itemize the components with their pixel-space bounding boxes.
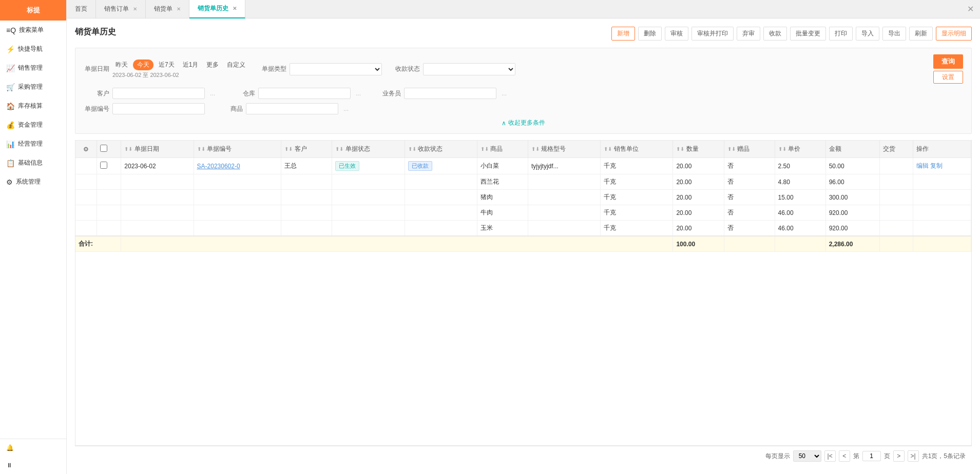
th-gear[interactable]: ⚙ (75, 141, 97, 158)
sort-unit-icon[interactable]: ⬆⬇ (604, 146, 612, 152)
salesman-input[interactable] (404, 88, 496, 99)
filter-salesman: 业务员 ... (375, 88, 509, 99)
audit-print-button[interactable]: 审核并打印 (691, 27, 734, 41)
sort-doc-status-icon[interactable]: ⬆⬇ (335, 146, 343, 152)
row-doc-no (194, 221, 281, 236)
row-doc-no (194, 174, 281, 190)
date-btn-today[interactable]: 今天 (133, 60, 153, 70)
customer-input[interactable] (112, 88, 205, 99)
collect-button[interactable]: 收款 (763, 27, 787, 41)
sort-price-icon[interactable]: ⬆⬇ (778, 146, 786, 152)
row-doc-status (332, 205, 405, 221)
row-amount: 50.00 (825, 158, 879, 174)
sort-spec-icon[interactable]: ⬆⬇ (531, 146, 540, 152)
delete-button[interactable]: 删除 (638, 27, 662, 41)
tab-home[interactable]: 首页 (67, 0, 96, 18)
filter-goods: 商品 ... (217, 103, 351, 114)
sort-doc-date-icon[interactable]: ⬆⬇ (124, 146, 132, 152)
salesman-dots[interactable]: ... (499, 90, 509, 97)
purchase-icon: 🛒 (6, 83, 15, 91)
ops-icon: 📊 (6, 140, 15, 148)
doc-type-select[interactable] (290, 63, 382, 75)
tab-sales-delivery-close[interactable]: ✕ (177, 6, 181, 12)
tab-sales-history[interactable]: 销货单历史 ✕ (189, 0, 245, 18)
sort-collect-status-icon[interactable]: ⬆⬇ (408, 146, 416, 152)
page-input[interactable] (862, 451, 881, 461)
sort-goods-icon[interactable]: ⬆⬇ (481, 146, 489, 152)
customer-dots[interactable]: ... (208, 90, 217, 97)
doc-no-link[interactable]: SA-20230602-0 (197, 163, 240, 170)
filter-date: 单据日期 昨天 今天 近7天 近1月 更多 自定义 2023-06-02 至 2… (84, 60, 248, 79)
per-page-select[interactable]: 50 100 200 (793, 450, 821, 462)
tab-sales-order[interactable]: 销售订单 ✕ (96, 0, 146, 18)
sidebar-item-purchase-mgmt[interactable]: 🛒 采购管理 (0, 77, 66, 96)
row-select-checkbox[interactable] (100, 162, 107, 169)
sort-doc-no-icon[interactable]: ⬆⬇ (197, 146, 205, 152)
sidebar-item-search-menu[interactable]: ≡Q 搜索菜单 (0, 21, 66, 40)
sort-qty-icon[interactable]: ⬆⬇ (676, 146, 684, 152)
fund-icon: 💰 (6, 121, 15, 129)
new-button[interactable]: 新增 (611, 27, 635, 41)
sidebar-item-fund-mgmt[interactable]: 💰 资金管理 (0, 115, 66, 134)
sidebar-item-basic-info[interactable]: 📋 基础信息 (0, 153, 66, 172)
row-gift: 否 (724, 190, 775, 205)
th-collect-status: ⬆⬇ 收款状态 (405, 141, 477, 158)
th-amount: 金额 (825, 141, 879, 158)
last-page-btn[interactable]: >| (908, 450, 919, 462)
tab-sales-history-close[interactable]: ✕ (233, 6, 237, 11)
sidebar-bottom-item-1[interactable]: 🔔 (0, 439, 66, 457)
date-label: 单据日期 (84, 65, 109, 73)
sidebar-item-ops-mgmt[interactable]: 📊 经营管理 (0, 134, 66, 153)
row-collect-status (405, 174, 477, 190)
warehouse-input[interactable] (258, 88, 351, 99)
date-btn-more[interactable]: 更多 (203, 60, 222, 70)
row-unit: 千克 (601, 221, 673, 236)
close-all-tabs[interactable]: ✕ (961, 4, 980, 14)
row-amount: 920.00 (825, 221, 879, 236)
tab-sales-order-label: 销售订单 (104, 5, 129, 13)
tab-sales-order-close[interactable]: ✕ (133, 6, 137, 12)
date-btn-yesterday[interactable]: 昨天 (112, 60, 131, 70)
goods-input[interactable] (246, 103, 338, 114)
th-doc-no: ⬆⬇ 单据编号 (194, 141, 281, 158)
export-button[interactable]: 导出 (882, 27, 906, 41)
batch-change-button[interactable]: 批量变更 (790, 27, 826, 41)
row-gift: 否 (724, 221, 775, 236)
refresh-button[interactable]: 刷新 (909, 27, 933, 41)
sidebar-item-sales-mgmt[interactable]: 📈 销售管理 (0, 58, 66, 77)
warehouse-dots[interactable]: ... (354, 90, 363, 97)
goods-dots[interactable]: ... (341, 105, 351, 112)
doc-no-label: 单据编号 (84, 105, 109, 113)
sort-gift-icon[interactable]: ⬆⬇ (727, 146, 736, 152)
first-page-btn[interactable]: |< (824, 450, 836, 462)
date-btn-1month[interactable]: 近1月 (180, 60, 202, 70)
doc-no-input[interactable] (112, 103, 205, 114)
abandon-button[interactable]: 弃审 (737, 27, 760, 41)
th-customer: ⬆⬇ 客户 (281, 141, 332, 158)
row-unit: 千克 (601, 174, 673, 190)
collapse-btn[interactable]: ∧ 收起更多条件 (84, 118, 963, 127)
sidebar-item-inventory[interactable]: 🏠 库存核算 (0, 96, 66, 115)
sidebar-item-sys-mgmt[interactable]: ⚙ 系统管理 (0, 172, 66, 191)
row-qty: 20.00 (673, 221, 724, 236)
tab-sales-delivery[interactable]: 销货单 ✕ (146, 0, 189, 18)
edit-action[interactable]: 编辑 (916, 162, 929, 169)
query-button[interactable]: 查询 (933, 54, 963, 69)
show-detail-button[interactable]: 显示明细 (936, 27, 972, 41)
prev-page-btn[interactable]: < (839, 450, 850, 462)
sidebar-bottom-item-2[interactable]: ⏸ (0, 457, 66, 474)
import-button[interactable]: 导入 (856, 27, 879, 41)
setting-button[interactable]: 设置 (933, 71, 963, 84)
date-btn-custom[interactable]: 自定义 (224, 60, 248, 70)
row-unit: 千克 (601, 205, 673, 221)
print-button[interactable]: 打印 (829, 27, 853, 41)
sort-customer-icon[interactable]: ⬆⬇ (284, 146, 293, 152)
goods-label: 商品 (217, 105, 243, 113)
select-all-checkbox[interactable] (100, 145, 107, 152)
collect-status-select[interactable] (423, 63, 515, 75)
audit-button[interactable]: 审核 (665, 27, 688, 41)
sidebar-item-quick-nav[interactable]: ⚡ 快捷导航 (0, 40, 66, 58)
next-page-btn[interactable]: > (893, 450, 905, 462)
date-btn-7days[interactable]: 近7天 (156, 60, 178, 70)
copy-action[interactable]: 复制 (930, 162, 943, 169)
